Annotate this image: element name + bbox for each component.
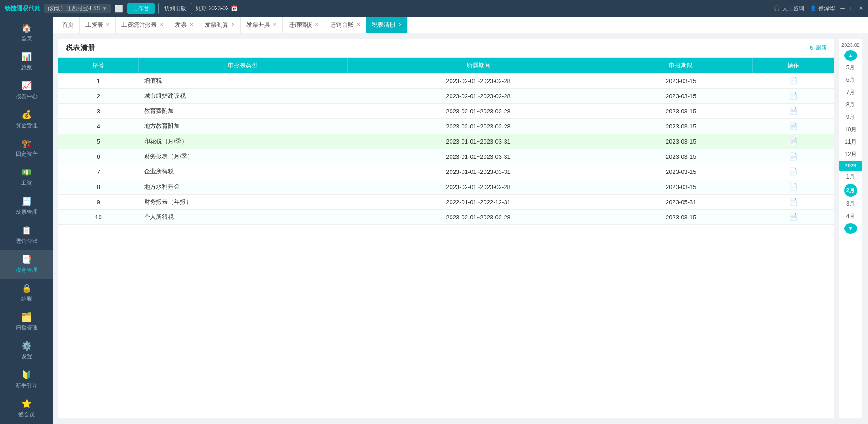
col-申报表类型: 申报表类型 [139, 58, 348, 73]
tab-invoice_calc[interactable]: 发票测算✕ [199, 17, 241, 33]
sidebar-label-report: 报表中心 [16, 93, 38, 100]
table-row: 3 教育费附加 2023-02-01~2023-02-28 2023-03-15… [58, 104, 834, 119]
top-bar-right: 🎧 人工咨询 👤 徐泽华 ─ □ ✕ [773, 5, 863, 12]
sidebar-item-close[interactable]: 🔒结账 [0, 279, 53, 307]
cell-period: 2023-02-01~2023-02-28 [348, 89, 609, 104]
cell-action: 📄 [753, 119, 834, 134]
calendar-month-2023-3月[interactable]: 3月 [839, 198, 862, 210]
cell-type: 财务报表（月/季） [139, 149, 348, 164]
refresh-button[interactable]: ↻ 刷新 [809, 44, 827, 52]
cell-period: 2023-01-01~2023-03-31 [348, 134, 609, 149]
tab-purchase_ledger[interactable]: 进销台账✕ [324, 17, 366, 33]
sidebar-label-member: 畅会员 [18, 411, 35, 418]
tab-invoice_open[interactable]: 发票开具✕ [241, 17, 283, 33]
sidebar-item-asset[interactable]: 🏗️固定资产 [0, 134, 53, 163]
action-icon[interactable]: 📄 [789, 213, 798, 221]
calendar-panel: 2023.02 ▲ 5月6月7月8月9月10月11月12月20231月2月3月4… [839, 39, 862, 418]
calendar-month-prev-7月[interactable]: 7月 [839, 86, 862, 99]
calendar-month-prev-11月[interactable]: 11月 [839, 136, 862, 148]
tab-tax_clear[interactable]: 税表清册✕ [366, 17, 408, 33]
cell-type: 教育费附加 [139, 104, 348, 119]
tab-home[interactable]: 首页 [56, 17, 80, 33]
col-操作: 操作 [753, 58, 834, 73]
tab-close-purchase_check[interactable]: ✕ [315, 22, 318, 27]
sidebar-item-salary[interactable]: 💵工资 [0, 163, 53, 192]
tab-close-invoice_open[interactable]: ✕ [273, 22, 277, 27]
tab-salary_report[interactable]: 工资统计报表✕ [116, 17, 169, 33]
cell-id: 10 [58, 210, 139, 225]
table-row: 6 财务报表（月/季） 2023-01-01~2023-03-31 2023-0… [58, 149, 834, 164]
sidebar-item-guide[interactable]: 🔰新手引导 [0, 365, 53, 394]
calendar-current-period: 2023.02 [841, 40, 860, 50]
action-icon[interactable]: 📄 [789, 167, 798, 175]
switch-old-button[interactable]: 切到旧版 [158, 3, 192, 14]
action-icon[interactable]: 📄 [789, 183, 798, 190]
cell-deadline: 2023-05-31 [609, 195, 753, 210]
tab-close-salary_table[interactable]: ✕ [106, 22, 110, 27]
copy-icon: ⬜ [114, 4, 123, 13]
tab-close-salary_report[interactable]: ✕ [160, 22, 163, 27]
sidebar-item-settings[interactable]: ⚙️设置 [0, 336, 53, 365]
col-所属期间: 所属期间 [348, 58, 609, 73]
archive-icon: 🗂️ [22, 312, 32, 322]
cell-period: 2023-01-01~2023-03-31 [348, 149, 609, 164]
tab-label-invoice_calc: 发票测算 [205, 21, 228, 29]
tab-close-invoice_calc[interactable]: ✕ [231, 22, 235, 27]
workstation-button[interactable]: 工作台 [127, 3, 155, 14]
calendar-month-2023-1月[interactable]: 1月 [839, 171, 862, 183]
cell-type: 增值税 [139, 73, 348, 89]
calendar-month-prev-9月[interactable]: 9月 [839, 111, 862, 123]
sidebar-item-purchase[interactable]: 📋进销台账 [0, 221, 53, 250]
company-selector[interactable]: (勿动）江西服宝-LSS ▼ [44, 4, 111, 13]
ledger-icon: 📊 [22, 52, 32, 62]
calendar-month-prev-5月[interactable]: 5月 [839, 61, 862, 74]
cell-id: 4 [58, 119, 139, 134]
table-row: 10 个人所得税 2023-02-01~2023-02-28 2023-03-1… [58, 210, 834, 225]
sidebar-item-report[interactable]: 📈报表中心 [0, 76, 53, 105]
tab-purchase_check[interactable]: 进销稽核✕ [283, 17, 324, 33]
cell-deadline: 2023-03-15 [609, 73, 753, 89]
calendar-month-prev-8月[interactable]: 8月 [839, 99, 862, 111]
sidebar-item-member[interactable]: ⭐畅会员 [0, 394, 53, 423]
calendar-scroll-down[interactable]: ▼ [844, 223, 857, 234]
calendar-month-prev-10月[interactable]: 10月 [839, 123, 862, 136]
table-row: 5 印花税（月/季） 2023-01-01~2023-03-31 2023-03… [58, 134, 834, 149]
action-icon[interactable]: 📄 [789, 92, 798, 100]
cell-deadline: 2023-03-15 [609, 179, 753, 195]
action-icon[interactable]: 📄 [789, 107, 798, 115]
sidebar-item-home[interactable]: 🏠首页 [0, 18, 53, 47]
calendar-month-prev-12月[interactable]: 12月 [839, 148, 862, 161]
action-icon[interactable]: 📄 [789, 198, 798, 206]
sidebar-label-salary: 工资 [21, 179, 32, 187]
page-content: 税表清册 ↻ 刷新 序号申报表类型所属期间申报期限操作 1 增值税 [53, 33, 868, 424]
user-menu[interactable]: 👤 徐泽华 [810, 5, 835, 12]
cell-type: 印花税（月/季） [139, 134, 348, 149]
action-icon[interactable]: 📄 [789, 137, 798, 145]
tab-invoice[interactable]: 发票✕ [169, 17, 199, 33]
tab-close-tax_clear[interactable]: ✕ [398, 22, 402, 27]
calendar-month-2023-2月[interactable]: 2月 [844, 184, 857, 197]
calendar-month-prev-6月[interactable]: 6月 [839, 74, 862, 86]
action-icon[interactable]: 📄 [789, 122, 798, 130]
sidebar-item-ledger[interactable]: 📊总账 [0, 47, 53, 76]
maximize-icon[interactable]: □ [850, 5, 853, 11]
action-icon[interactable]: 📄 [789, 77, 798, 84]
sidebar-item-archive[interactable]: 🗂️归档管理 [0, 307, 53, 336]
cell-period: 2023-02-01~2023-02-28 [348, 179, 609, 195]
sidebar-item-tax[interactable]: 📑税务管理 [0, 250, 53, 279]
minimize-icon[interactable]: ─ [840, 5, 845, 11]
calendar-month-2023-4月[interactable]: 4月 [839, 210, 862, 223]
tab-close-invoice[interactable]: ✕ [189, 22, 193, 27]
support-link[interactable]: 🎧 人工咨询 [773, 5, 804, 12]
close-window-icon[interactable]: ✕ [859, 5, 863, 11]
sidebar-item-fund[interactable]: 💰资金管理 [0, 105, 53, 134]
cell-deadline: 2023-03-15 [609, 134, 753, 149]
tab-salary_table[interactable]: 工资表✕ [80, 17, 116, 33]
cell-type: 个人所得税 [139, 210, 348, 225]
tab-close-purchase_ledger[interactable]: ✕ [356, 22, 360, 27]
action-icon[interactable]: 📄 [789, 152, 798, 160]
calendar-scroll-up[interactable]: ▲ [844, 50, 857, 61]
sidebar-label-asset: 固定资产 [16, 151, 38, 158]
table-row: 9 财务报表（年报） 2022-01-01~2022-12-31 2023-05… [58, 195, 834, 210]
sidebar-item-invoice[interactable]: 🧾发票管理 [0, 192, 53, 221]
